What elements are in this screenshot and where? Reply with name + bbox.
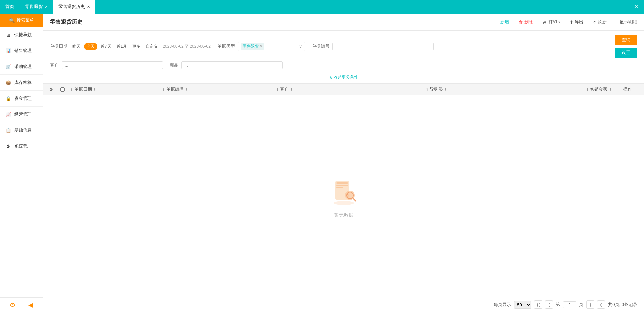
sidebar-item-basic-info[interactable]: 📋 基础信息 xyxy=(0,122,43,138)
refresh-icon: ↻ xyxy=(593,20,597,25)
query-button[interactable]: 查询 xyxy=(615,35,637,45)
type-filter-group: 单据类型 零售退货 × ∨ xyxy=(217,42,305,51)
sort-customer-icon: ⬆ xyxy=(276,88,279,91)
quick-nav-icon: ⊞ xyxy=(5,32,11,38)
new-button[interactable]: + 新增 xyxy=(494,18,512,26)
table-container: ⚙ ⬆ 单据日期 ⬇ ⬆ 单据编号 ⬇ ⬆ 客户 ⬇ xyxy=(43,83,644,297)
print-button[interactable]: 🖨 打印 ▾ xyxy=(540,18,563,26)
business-icon: 📈 xyxy=(5,111,11,117)
order-num-input[interactable] xyxy=(332,43,434,50)
finance-icon: 🔒 xyxy=(5,95,11,102)
sidebar-item-inventory[interactable]: 📦 库存核算 xyxy=(0,75,43,91)
th-amount[interactable]: ⬆ 实销金额 ⬇ xyxy=(537,86,614,92)
date-btn-7days[interactable]: 近7天 xyxy=(99,43,113,50)
type-select[interactable]: 零售退货 × ∨ xyxy=(238,42,305,51)
tab-home[interactable]: 首页 xyxy=(0,0,20,14)
svg-rect-4 xyxy=(336,187,343,188)
sidebar-item-quick-nav[interactable]: ⊞ 快捷导航 xyxy=(0,27,43,43)
system-icon: ⚙ xyxy=(5,143,11,149)
pagination: 每页显示 20 50 100 ⟨⟨ ⟨ 第 页 ⟩ ⟩⟩ 共0页, 0条记录 xyxy=(43,297,644,312)
th-date[interactable]: ⬆ 单据日期 ⬇ xyxy=(68,86,160,92)
tab-retail-return-history[interactable]: 零售退货历史 ✕ xyxy=(53,0,95,14)
th-num[interactable]: ⬆ 单据编号 ⬇ xyxy=(160,86,273,92)
close-tab-retail-return-history[interactable]: ✕ xyxy=(87,5,90,9)
collapse-icon: ∧ xyxy=(329,75,332,80)
print-icon: 🖨 xyxy=(543,20,547,25)
inventory-icon: 📦 xyxy=(5,80,11,86)
empty-state: ? 暂无数据 xyxy=(43,95,644,297)
customer-filter-group: 客户 xyxy=(50,61,163,69)
sidebar-item-sales-mgmt[interactable]: 📊 销售管理 xyxy=(0,43,43,59)
last-page-button[interactable]: ⟩⟩ xyxy=(597,300,605,309)
date-btn-more[interactable]: 更多 xyxy=(130,43,142,50)
prev-page-button[interactable]: ⟨ xyxy=(545,300,553,309)
sort-amount-icon-down: ⬇ xyxy=(609,88,612,91)
svg-text:?: ? xyxy=(347,194,349,198)
svg-rect-2 xyxy=(336,182,348,184)
export-button[interactable]: ⬆ 导出 xyxy=(567,18,586,26)
export-icon: ⬆ xyxy=(570,20,573,25)
sidebar-item-system-mgmt[interactable]: ⚙ 系统管理 xyxy=(0,138,43,154)
svg-line-7 xyxy=(353,199,356,201)
sort-amount-icon: ⬆ xyxy=(586,88,589,91)
basic-info-icon: 📋 xyxy=(5,127,11,133)
page-input[interactable] xyxy=(563,301,576,308)
sidebar: 🔍 搜索菜单 ⊞ 快捷导航 📊 销售管理 🛒 采购管理 📦 库存核算 🔒 xyxy=(0,14,43,312)
page-header: 零售退货历史 + 新增 🗑 删除 🖨 打印 ▾ ⬆ 导出 xyxy=(43,14,644,31)
date-btn-custom[interactable]: 自定义 xyxy=(144,43,160,50)
sidebar-item-purchase-mgmt[interactable]: 🛒 采购管理 xyxy=(0,59,43,75)
sales-icon: 📊 xyxy=(5,48,11,54)
date-buttons: 昨天 今天 近7天 近1月 更多 自定义 xyxy=(70,43,160,50)
refresh-button[interactable]: ↻ 刷新 xyxy=(590,18,610,26)
first-page-button[interactable]: ⟨⟨ xyxy=(534,300,542,309)
collapse-button[interactable]: ∧ 收起更多条件 xyxy=(50,72,637,83)
window-close-button[interactable]: ✕ xyxy=(634,3,644,10)
settings-bottom-button[interactable]: ⚙ xyxy=(10,301,15,309)
svg-point-0 xyxy=(334,201,354,205)
sidebar-item-finance[interactable]: 🔒 资金管理 xyxy=(0,91,43,107)
goods-filter-group: 商品 xyxy=(170,61,283,69)
th-guide[interactable]: ⬆ 导购员 ⬇ xyxy=(423,86,536,92)
date-btn-1month[interactable]: 近1月 xyxy=(115,43,129,50)
filter-actions: 查询 设置 xyxy=(615,35,637,58)
th-op: 操作 xyxy=(614,86,641,92)
page-title: 零售退货历史 xyxy=(50,19,82,26)
sidebar-footer: ⚙ ◀ xyxy=(0,297,43,312)
page-size-select[interactable]: 20 50 100 xyxy=(514,301,531,309)
date-range-display: 2023-06-02 至 2023-06-02 xyxy=(163,44,210,49)
settings-button[interactable]: 设置 xyxy=(615,48,637,58)
delete-button[interactable]: 🗑 删除 xyxy=(516,18,536,26)
purchase-icon: 🛒 xyxy=(5,64,11,70)
total-label: 共0页, 0条记录 xyxy=(608,302,637,308)
customer-input[interactable] xyxy=(62,61,163,69)
sidebar-item-business[interactable]: 📈 经营管理 xyxy=(0,107,43,122)
select-all-input[interactable] xyxy=(60,87,65,92)
search-icon: 🔍 xyxy=(9,18,15,23)
table-header: ⚙ ⬆ 单据日期 ⬇ ⬆ 单据编号 ⬇ ⬆ 客户 ⬇ xyxy=(43,83,644,95)
th-customer[interactable]: ⬆ 客户 ⬇ xyxy=(273,86,423,92)
toolbar: + 新增 🗑 删除 🖨 打印 ▾ ⬆ 导出 ↻ 刷新 xyxy=(494,18,637,26)
column-settings-button[interactable]: ⚙ xyxy=(46,87,57,92)
filter-row-1: 单据日期 昨天 今天 近7天 近1月 更多 自定义 2023-06-02 至 2… xyxy=(50,35,637,58)
page-size-label: 每页显示 xyxy=(494,302,511,308)
print-dropdown-icon: ▾ xyxy=(558,20,560,24)
date-filter-label: 单据日期 xyxy=(50,43,68,49)
page-label-prefix: 第 xyxy=(556,302,560,308)
show-detail-label[interactable]: 显示明细 xyxy=(614,19,637,25)
tab-retail-return[interactable]: 零售退货 ✕ xyxy=(20,0,53,14)
empty-text: 暂无数据 xyxy=(334,212,353,218)
next-page-button[interactable]: ⟩ xyxy=(586,300,594,309)
goods-input[interactable] xyxy=(181,61,283,69)
close-tab-retail-return[interactable]: ✕ xyxy=(45,5,48,9)
svg-rect-3 xyxy=(336,185,348,186)
delete-icon: 🗑 xyxy=(519,20,523,25)
select-all-checkbox[interactable] xyxy=(57,87,68,92)
show-detail-checkbox[interactable] xyxy=(614,20,618,24)
sidebar-search[interactable]: 🔍 搜索菜单 xyxy=(0,14,43,27)
date-btn-yesterday[interactable]: 昨天 xyxy=(70,43,82,50)
type-tag-close[interactable]: × xyxy=(260,44,262,49)
page-label-suffix: 页 xyxy=(579,302,583,308)
collapse-sidebar-button[interactable]: ◀ xyxy=(28,301,33,309)
date-btn-today[interactable]: 今天 xyxy=(84,43,97,50)
sort-guide-icon: ⬆ xyxy=(426,88,428,91)
